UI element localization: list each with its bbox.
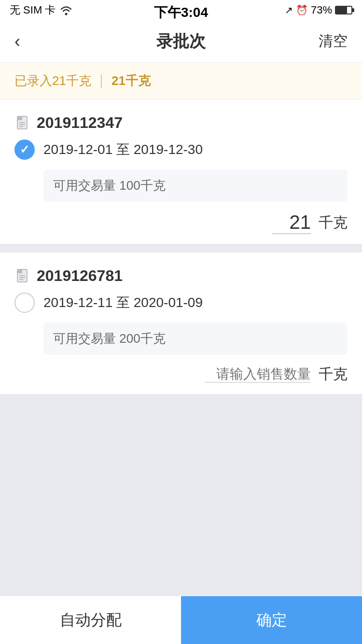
location-icon: ↗ <box>285 4 293 16</box>
batch2-date-row[interactable]: 2019-12-11 至 2020-01-09 <box>14 293 348 313</box>
status-left: 无 SIM 卡 <box>10 3 73 17</box>
battery-icon <box>335 6 352 14</box>
batch2-unit: 千克 <box>319 364 348 384</box>
svg-rect-2 <box>17 116 22 120</box>
batch2-id-row: 2019126781 <box>14 267 348 285</box>
batch1-avail-text: 可用交易量 100千克 <box>53 178 166 193</box>
batch2-amount-input[interactable] <box>205 366 311 383</box>
batch1-amount-row: 千克 <box>0 202 362 245</box>
batch2-avail-box: 可用交易量 200千克 <box>43 322 348 355</box>
batch1-unit: 千克 <box>319 213 348 233</box>
batch1-avail-box: 可用交易量 100千克 <box>43 169 348 202</box>
batch2-date: 2019-12-11 至 2020-01-09 <box>43 294 203 312</box>
batch1-date-row[interactable]: 2019-12-01 至 2019-12-30 <box>14 140 348 160</box>
banner-divider <box>101 74 102 88</box>
no-sim-text: 无 SIM 卡 <box>10 3 56 17</box>
page-title: 录批次 <box>156 30 206 53</box>
recorded-label: 已录入21千克 <box>14 72 91 89</box>
bottom-bar: 自动分配 确定 <box>0 596 362 644</box>
batch2-id: 2019126781 <box>37 267 123 285</box>
battery-percent: 73% <box>311 4 332 16</box>
svg-point-0 <box>65 13 68 15</box>
info-banner: 已录入21千克 21千克 <box>0 63 362 99</box>
doc-icon-2 <box>14 267 32 285</box>
batch1-radio[interactable] <box>14 140 35 160</box>
wifi-icon <box>59 5 73 15</box>
batch2-card: 2019126781 2019-12-11 至 2020-01-09 可用交易量… <box>0 252 362 355</box>
status-right: ↗ ⏰ 73% <box>285 4 352 16</box>
recorded-value: 21千克 <box>111 72 151 89</box>
alarm-icon: ⏰ <box>296 4 308 16</box>
batch1-amount-input[interactable] <box>272 211 311 234</box>
section-divider <box>0 245 362 252</box>
batch1-id: 2019112347 <box>37 114 123 132</box>
batch2-radio[interactable] <box>14 293 35 313</box>
gray-area <box>0 395 362 617</box>
batch2-input-row: 千克 <box>0 355 362 395</box>
batch1-card: 2019112347 2019-12-01 至 2019-12-30 可用交易量… <box>0 99 362 202</box>
batch2-avail-text: 可用交易量 200千克 <box>53 331 166 346</box>
batch1-date: 2019-12-01 至 2019-12-30 <box>43 140 203 159</box>
batch1-id-row: 2019112347 <box>14 114 348 132</box>
confirm-button[interactable]: 确定 <box>181 596 362 644</box>
auto-distribute-button[interactable]: 自动分配 <box>0 596 181 644</box>
back-button[interactable]: ‹ <box>14 31 43 52</box>
nav-bar: ‹ 录批次 清空 <box>0 20 362 63</box>
svg-rect-7 <box>17 269 22 273</box>
doc-icon-1 <box>14 114 32 132</box>
battery-fill <box>336 7 347 14</box>
clear-button[interactable]: 清空 <box>319 31 348 51</box>
status-time: 下午3:04 <box>154 3 208 22</box>
status-bar: 无 SIM 卡 下午3:04 ↗ ⏰ 73% <box>0 0 362 20</box>
